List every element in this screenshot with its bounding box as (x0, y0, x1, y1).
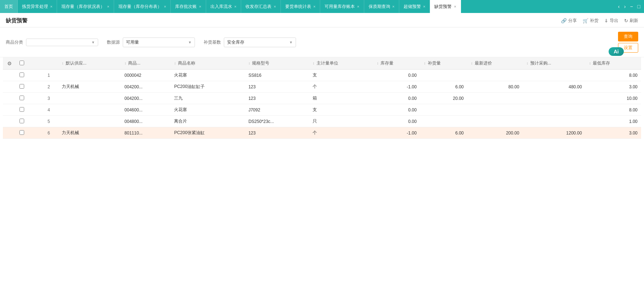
sort-icon: ↕ (125, 61, 126, 65)
tab-shortage[interactable]: 缺货预警× (430, 0, 461, 13)
tab-batch[interactable]: 库存批次账× (171, 0, 206, 13)
th-restock[interactable]: ↕ 补货量 (420, 57, 467, 70)
tab-demand[interactable]: 要货单统计表× (281, 0, 320, 13)
th-unit[interactable]: ↕ 主计量单位 (309, 57, 373, 70)
tab-close-available[interactable]: × (357, 4, 359, 9)
td-est-purchase (523, 93, 586, 104)
td-latest-price (467, 70, 523, 81)
datasource-select-value: 可用量 (126, 39, 188, 45)
td-spec: 123 (245, 127, 309, 139)
th-latest-price[interactable]: ↕ 最新进价 (467, 57, 523, 70)
ai-badge[interactable]: Ai (609, 47, 624, 56)
row-checkbox[interactable] (19, 130, 24, 135)
row-checkbox[interactable] (19, 119, 24, 123)
share-icon: 🔗 (561, 18, 567, 23)
table-header: ⚙ ↕ 默认供应... ↕ 商品... ↕ (3, 57, 641, 70)
td-spec: DS250*23c... (245, 116, 309, 127)
share-button[interactable]: 🔗 分享 (561, 18, 577, 24)
td-latest-price: 200.00 (467, 127, 523, 139)
sort-icon: ↕ (377, 61, 379, 65)
th-stock[interactable]: ↕ 库存量 (373, 57, 420, 70)
row-checkbox[interactable] (19, 96, 24, 100)
tab-close-collect[interactable]: × (274, 4, 276, 9)
td-stock: -1.00 (373, 127, 420, 139)
restock-basis-select-value: 安全库存 (227, 39, 289, 45)
refresh-icon: ↻ (624, 18, 628, 23)
td-gear (3, 127, 16, 139)
td-gear (3, 104, 16, 116)
sort-icon: ↕ (424, 61, 426, 65)
td-name: 三九 (170, 93, 245, 104)
row-checkbox[interactable] (19, 72, 24, 77)
td-min-stock: 3.00 (586, 81, 641, 93)
sort-icon: ↕ (174, 61, 176, 65)
header-actions: 🔗 分享 🛒 补货 ⇓ 导出 ↻ 刷新 (561, 18, 638, 24)
tab-minimize-btn[interactable]: − (628, 0, 635, 13)
tab-available[interactable]: 可用量库存账本× (320, 0, 364, 13)
td-checkbox (16, 104, 39, 116)
tab-overstock[interactable]: 超储预警× (399, 0, 430, 13)
td-spec: J7092 (245, 104, 309, 116)
tab-next-btn[interactable]: › (622, 0, 628, 13)
th-gear: ⚙ (3, 57, 16, 70)
tab-prev-btn[interactable]: ‹ (616, 0, 622, 13)
td-latest-price (467, 116, 523, 127)
data-table: ⚙ ↕ 默认供应... ↕ 商品... ↕ (3, 57, 641, 139)
td-name: 火花塞 (170, 104, 245, 116)
restock-basis-select[interactable]: 安全库存 ▼ (224, 37, 296, 47)
th-spec[interactable]: ↕ 规格型号 (245, 57, 309, 70)
th-name[interactable]: ↕ 商品名称 (170, 57, 245, 70)
tab-flow[interactable]: 出入库流水× (206, 0, 241, 13)
tab-close-expiry[interactable]: × (392, 4, 395, 9)
tab-close-inv2[interactable]: × (164, 4, 166, 9)
row-checkbox[interactable] (19, 84, 24, 89)
tab-close-inv1[interactable]: × (107, 4, 109, 9)
tab-close-overstock[interactable]: × (423, 4, 425, 9)
td-unit: 箱 (309, 93, 373, 104)
tab-inv1[interactable]: 现存量（库存状况表）× (57, 0, 114, 13)
td-restock: 6.00 (420, 81, 467, 93)
restock-icon: 🛒 (583, 18, 588, 23)
datasource-select[interactable]: 可用量 ▼ (123, 37, 195, 47)
tab-close-exc[interactable]: × (50, 4, 52, 9)
export-icon: ⇓ (604, 18, 608, 23)
th-min-stock[interactable]: ↕ 最低库存 (586, 57, 641, 70)
datasource-chevron-icon: ▼ (188, 40, 192, 44)
tab-inv2[interactable]: 现存量（库存分布表）× (114, 0, 171, 13)
tab-collect[interactable]: 收发存汇总表× (241, 0, 280, 13)
category-select[interactable]: ▼ (26, 39, 98, 46)
td-code: 801110... (121, 127, 171, 139)
export-button[interactable]: ⇓ 导出 (604, 18, 618, 24)
tab-close-batch[interactable]: × (199, 4, 201, 9)
td-min-stock: 8.00 (586, 104, 641, 116)
table-wrapper: ⚙ ↕ 默认供应... ↕ 商品... ↕ (0, 57, 644, 139)
tab-maximize-btn[interactable]: □ (635, 0, 643, 13)
row-checkbox[interactable] (19, 107, 24, 112)
tab-close-demand[interactable]: × (313, 4, 316, 9)
tab-close-flow[interactable]: × (234, 4, 236, 9)
category-filter: 商品分类 ▼ (6, 39, 98, 46)
tab-home[interactable]: 首页 (0, 0, 18, 13)
datasource-filter: 数据源 可用量 ▼ (107, 37, 195, 47)
gear-settings-btn[interactable]: ⚙ (7, 61, 12, 66)
select-all-checkbox[interactable] (19, 61, 24, 65)
td-latest-price: 80.00 (467, 81, 523, 93)
td-spec: SS816 (245, 70, 309, 81)
th-code[interactable]: ↕ 商品... (121, 57, 171, 70)
restock-button[interactable]: 🛒 补货 (583, 18, 599, 24)
td-code: 004200... (121, 81, 171, 93)
th-est-purchase[interactable]: ↕ 预计采购... (523, 57, 586, 70)
refresh-button[interactable]: ↻ 刷新 (624, 18, 638, 24)
tab-expiry[interactable]: 保质期查询× (364, 0, 399, 13)
datasource-label: 数据源 (107, 39, 120, 45)
table-row: 4 004600... 火花塞 J7092 支 0.00 8.00 (3, 104, 641, 116)
tab-exc[interactable]: 拣货异常处理× (18, 0, 57, 13)
td-num: 5 (39, 116, 58, 127)
td-supplier (58, 104, 121, 116)
td-spec: 123 (245, 93, 309, 104)
td-code: 004200... (121, 93, 171, 104)
th-supplier[interactable]: ↕ 默认供应... (58, 57, 121, 70)
category-label: 商品分类 (6, 39, 23, 45)
query-button[interactable]: 查询 (618, 32, 638, 41)
tab-close-shortage[interactable]: × (454, 4, 456, 9)
